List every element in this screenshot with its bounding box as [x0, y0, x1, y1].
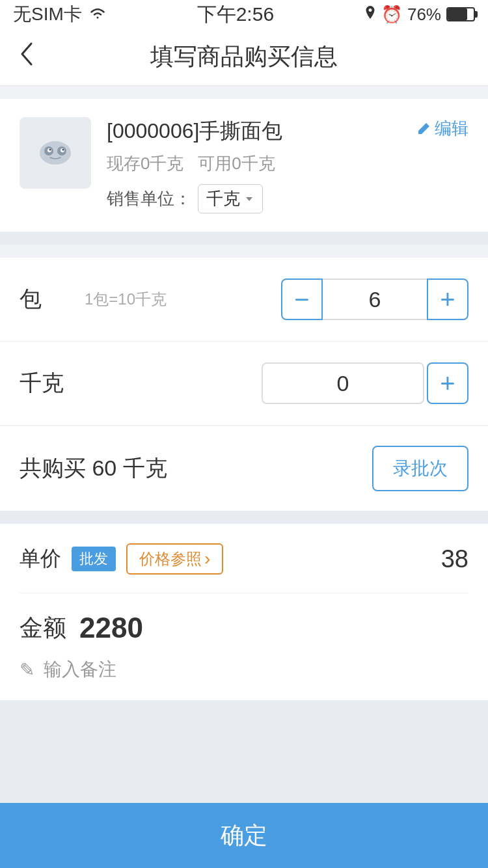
battery-icon: [446, 7, 475, 21]
package-quantity-input[interactable]: [323, 278, 427, 320]
amount-value: 2280: [79, 612, 143, 644]
remark-placeholder: 输入备注: [44, 657, 116, 682]
total-amount: 60: [92, 455, 116, 480]
price-value: 38: [441, 545, 468, 573]
nav-bar: 填写商品购买信息: [0, 29, 488, 86]
package-row: 包 1包=10千克 − +: [0, 258, 488, 342]
package-plus-button[interactable]: +: [427, 278, 468, 320]
divider-1: [0, 232, 488, 245]
amount-label: 金额: [20, 612, 66, 644]
price-section: 单价 批发 价格参照 › 38: [0, 524, 488, 593]
kg-quantity-input[interactable]: [262, 362, 424, 404]
product-name: [0000006]手撕面包: [107, 117, 282, 146]
page-title: 填写商品购买信息: [150, 41, 338, 73]
package-minus-button[interactable]: −: [281, 278, 323, 320]
svg-point-6: [62, 149, 64, 151]
battery-text: 76%: [407, 5, 441, 25]
wifi-icon: [88, 4, 107, 25]
total-text: 共购买 60 千克: [20, 454, 167, 483]
package-input-section: 包 1包=10千克 − + 千克 + 共购买 60 千克 录批次: [0, 258, 488, 511]
kg-label: 千克: [20, 368, 72, 398]
product-stock: 现存0千克 可用0千克: [107, 152, 468, 175]
edit-button[interactable]: 编辑: [416, 117, 468, 140]
status-right: ⏰ 76%: [364, 5, 475, 25]
price-row: 单价 批发 价格参照 › 38: [20, 543, 468, 593]
product-unit: 销售单位： 千克: [107, 184, 468, 213]
price-label: 单价: [20, 545, 61, 573]
kg-quantity-control: +: [262, 362, 468, 404]
status-bar: 无SIM卡 下午2:56 ⏰ 76%: [0, 0, 488, 29]
kg-row: 千克 +: [0, 342, 488, 426]
confirm-button-text: 确定: [221, 820, 267, 852]
kg-plus-button[interactable]: +: [427, 362, 468, 404]
status-time: 下午2:56: [197, 1, 274, 28]
remark-row[interactable]: ✎ 输入备注: [20, 657, 468, 682]
product-card: [0000006]手撕面包 编辑 现存0千克 可用0千克 销售单位： 千克: [0, 99, 488, 232]
unit-select[interactable]: 千克: [198, 184, 263, 213]
price-reference-button[interactable]: 价格参照 ›: [126, 543, 223, 575]
status-left: 无SIM卡: [13, 2, 107, 27]
divider-2: [0, 511, 488, 524]
amount-row: 金额 2280: [20, 612, 468, 644]
batch-button[interactable]: 录批次: [372, 446, 468, 491]
package-label: 包: [20, 284, 72, 314]
svg-point-5: [49, 149, 51, 151]
confirm-bar[interactable]: 确定: [0, 803, 488, 868]
svg-point-0: [40, 141, 71, 165]
pencil-icon: ✎: [20, 659, 34, 681]
product-thumbnail: [20, 117, 91, 189]
amount-section: 金额 2280 ✎ 输入备注: [0, 593, 488, 700]
package-quantity-control: − +: [281, 278, 468, 320]
package-hint: 1包=10千克: [85, 289, 268, 310]
product-info: [0000006]手撕面包 编辑 现存0千克 可用0千克 销售单位： 千克: [107, 117, 468, 213]
price-type-tag: 批发: [72, 547, 116, 571]
total-row: 共购买 60 千克 录批次: [0, 426, 488, 511]
alarm-icon: ⏰: [381, 5, 402, 25]
carrier-text: 无SIM卡: [13, 2, 82, 27]
back-button[interactable]: [18, 41, 34, 73]
location-icon: [364, 5, 376, 25]
